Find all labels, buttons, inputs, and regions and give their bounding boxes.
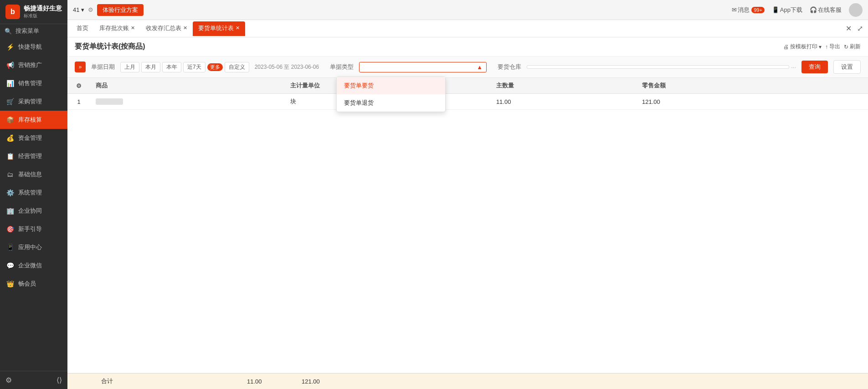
sidebar-search-label: 搜索菜单: [15, 27, 39, 35]
cell-extra-0: [812, 94, 868, 110]
sidebar-item-operations[interactable]: 📋 经营管理: [0, 147, 67, 165]
tab-close-1[interactable]: ✕: [131, 25, 135, 31]
settings-icon[interactable]: ⚙: [5, 376, 12, 384]
print-btn[interactable]: 🖨 按模板打印 ▾: [783, 43, 822, 51]
sidebar-search[interactable]: 🔍 搜索菜单: [0, 24, 67, 38]
sidebar-item-finance[interactable]: 💰 资金管理: [0, 129, 67, 147]
messages-label: 消息: [738, 6, 750, 14]
sidebar-item-wechat[interactable]: 💬 企业微信: [0, 256, 67, 275]
table-footer: 合计 11.00 121.00: [67, 373, 868, 389]
last-month-btn[interactable]: 上月: [120, 62, 139, 72]
date-range-display: 2023-05-06 至 2023-06-06: [255, 63, 319, 71]
sidebar-label-marketing: 营销推广: [18, 61, 42, 69]
search-icon: 🔍: [5, 28, 12, 35]
collapse-icon[interactable]: ⟨⟩: [56, 376, 62, 384]
app-download-label: App下载: [780, 6, 802, 14]
tabbar-right: ✕ ⤢: [844, 24, 864, 33]
dropdown-item-0[interactable]: 要货单要货: [337, 77, 445, 94]
refresh-btn[interactable]: ↻ 刷新: [844, 43, 861, 51]
sidebar-label-base: 基础信息: [18, 170, 42, 179]
topbar-settings-icon[interactable]: ⚙: [88, 6, 93, 13]
goods-blurred: [96, 98, 123, 105]
this-month-btn[interactable]: 本月: [141, 62, 160, 72]
tab-label-2: 收发存汇总表: [146, 24, 181, 32]
filter-bar: » 单据日期 上月 本月 本年 近7天 更多 自定义 2023-05-06 至 …: [67, 56, 868, 78]
sidebar-item-marketing[interactable]: 📢 营销推广: [0, 56, 67, 74]
online-service-label: 在线客服: [818, 6, 842, 14]
sidebar-item-purchase[interactable]: 🛒 采购管理: [0, 92, 67, 111]
type-selector[interactable]: ▲: [359, 62, 487, 72]
dropdown-item-1[interactable]: 要货单退货: [337, 94, 445, 112]
tab-1[interactable]: 库存批次账 ✕: [94, 21, 140, 36]
export-icon: ↑: [825, 44, 828, 50]
tab-close-2[interactable]: ✕: [183, 25, 187, 31]
sidebar-icon-finance: 💰: [5, 133, 15, 143]
sidebar-item-guide[interactable]: 🎯 新手引导: [0, 220, 67, 238]
col-goods: 商品: [90, 78, 285, 94]
col-extra: [812, 78, 868, 94]
more-options-icon[interactable]: ···: [791, 64, 796, 71]
sidebar-item-quick-nav[interactable]: ⚡ 快捷导航: [0, 38, 67, 56]
table-row: 1 块 11.00 121.00: [67, 94, 868, 110]
tab-close-3[interactable]: ✕: [236, 25, 240, 31]
sidebar-label-enterprise: 企业协同: [18, 207, 42, 215]
custom-date-btn[interactable]: 自定义: [225, 62, 249, 72]
footer-row: 合计 11.00 121.00: [73, 377, 863, 385]
col-quantity: 主数量: [491, 78, 637, 94]
more-dates-badge[interactable]: 更多: [207, 63, 223, 71]
sidebar-label-inventory: 库存核算: [18, 116, 42, 124]
sidebar-icon-quick-nav: ⚡: [5, 42, 15, 51]
refresh-label: 刷新: [850, 43, 861, 51]
sidebar-item-enterprise[interactable]: 🏢 企业协同: [0, 202, 67, 220]
export-btn[interactable]: ↑ 导出: [825, 43, 840, 51]
gear-icon[interactable]: ⚙: [76, 82, 82, 89]
date-label: 单据日期: [91, 63, 115, 71]
expand-window-icon[interactable]: ⤢: [856, 24, 864, 33]
sidebar-item-inventory[interactable]: 📦 库存核算: [0, 111, 67, 129]
sidebar-item-base[interactable]: 🗂 基础信息: [0, 165, 67, 184]
sidebar-footer: ⚙ ⟨⟩: [0, 371, 67, 389]
sidebar-label-purchase: 采购管理: [18, 97, 42, 106]
print-icon: 🖨: [783, 44, 789, 50]
sidebar-icon-enterprise: 🏢: [5, 206, 15, 215]
print-dropdown-icon: ▾: [819, 44, 822, 50]
store-selector[interactable]: 41 ▾: [73, 6, 84, 13]
app-download-btn[interactable]: 📱 App下载: [772, 6, 802, 14]
close-window-icon[interactable]: ✕: [844, 24, 853, 33]
tab-0[interactable]: 首页: [71, 21, 94, 36]
search-btn[interactable]: 查询: [801, 61, 828, 73]
sidebar-nav: ⚡ 快捷导航 📢 营销推广 📊 销售管理 🛒 采购管理 📦 库存核算 💰 资金管…: [0, 38, 67, 371]
sidebar-icon-sales: 📊: [5, 79, 15, 88]
tab-3[interactable]: 要货单统计表 ✕: [193, 21, 245, 36]
last-7days-btn[interactable]: 近7天: [183, 62, 205, 72]
cell-goods-0: [90, 94, 285, 110]
tab-2[interactable]: 收发存汇总表 ✕: [140, 21, 193, 36]
user-avatar[interactable]: [849, 3, 863, 17]
sidebar-icon-inventory: 📦: [5, 115, 15, 124]
sidebar: b 畅捷通好生意 标准版 🔍 搜索菜单 ⚡ 快捷导航 📢 营销推广 📊 销售管理…: [0, 0, 67, 389]
sidebar-label-system: 系统管理: [18, 189, 42, 197]
warehouse-selector[interactable]: [527, 65, 789, 69]
filter-settings-btn[interactable]: 设置: [833, 60, 861, 74]
col-settings[interactable]: ⚙: [67, 78, 90, 94]
sidebar-label-member: 畅会员: [18, 280, 36, 288]
sidebar-item-sales[interactable]: 📊 销售管理: [0, 74, 67, 92]
sidebar-item-member[interactable]: 👑 畅会员: [0, 275, 67, 293]
sidebar-item-apps[interactable]: 📱 应用中心: [0, 238, 67, 256]
this-year-btn[interactable]: 本年: [162, 62, 181, 72]
sidebar-label-operations: 经营管理: [18, 152, 42, 160]
filter-expand-btn[interactable]: »: [75, 61, 86, 72]
footer-quantity: 11.00: [241, 378, 296, 385]
online-service-btn[interactable]: 🎧 在线客服: [810, 6, 842, 14]
sidebar-icon-wechat: 💬: [5, 261, 15, 270]
table-body: 1 块 11.00 121.00: [67, 94, 868, 110]
sidebar-item-system[interactable]: ⚙️ 系统管理: [0, 184, 67, 202]
warehouse-selector-wrapper: ···: [527, 64, 796, 71]
messages-btn[interactable]: ✉ 消息 99+: [732, 6, 765, 14]
logo-icon: b: [5, 5, 20, 19]
refresh-icon: ↻: [844, 44, 848, 50]
promo-button[interactable]: 体验行业方案: [97, 4, 144, 16]
sidebar-label-sales: 销售管理: [18, 79, 42, 87]
table-header-row: ⚙ 商品 主计量单位 主数量 零售金额: [67, 78, 868, 94]
app-title: 畅捷通好生意: [24, 5, 62, 13]
